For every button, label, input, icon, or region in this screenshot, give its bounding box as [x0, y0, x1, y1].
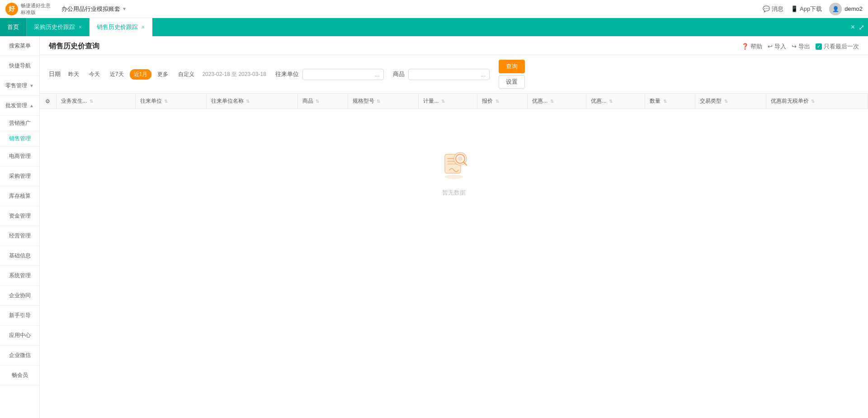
user-name: demo2 — [844, 5, 863, 12]
import-btn[interactable]: ↩ 导入 — [768, 43, 786, 51]
sidebar-item-app-center[interactable]: 应用中心 — [0, 326, 39, 346]
only-last-checkbox[interactable]: ✓ 只看最后一次 — [816, 43, 859, 51]
export-btn[interactable]: ↪ 导出 — [792, 43, 810, 51]
sidebar-item-operation-mgmt[interactable]: 经营管理 — [0, 226, 39, 246]
logo-text-line2: 标准版 — [21, 9, 51, 15]
page-title: 销售历史价查询 — [49, 42, 99, 51]
app-download-label: App下载 — [800, 5, 822, 13]
search-menu-label: 搜索菜单 — [9, 42, 31, 50]
app-name: 办公用品行业模拟账套 — [61, 5, 120, 13]
date-btn-custom[interactable]: 自定义 — [174, 69, 198, 80]
tab-sales-history-label: 销售历史价跟踪 — [97, 23, 138, 31]
th-quantity[interactable]: 数量 ⇅ — [645, 94, 695, 109]
product-filter-group: 商品 ... — [393, 69, 490, 80]
sidebar-item-enterprise-collab[interactable]: 企业协同 — [0, 286, 39, 306]
date-filter-group: 日期 昨天 今天 近7天 近1月 更多 自定义 2023-02-18 至 202… — [49, 69, 266, 80]
sort-icon: ⇅ — [316, 99, 319, 104]
sort-icon: ⇅ — [90, 99, 93, 104]
chevron-down-icon: ▼ — [122, 6, 127, 11]
th-unit[interactable]: 计量... ⇅ — [419, 94, 477, 109]
user-area[interactable]: 👤 demo2 — [829, 3, 863, 15]
sidebar-item-basic-info[interactable]: 基础信息 — [0, 246, 39, 266]
th-counterpart-code[interactable]: 往来单位 ⇅ — [136, 94, 207, 109]
tab-sales-history[interactable]: 销售历史价跟踪 × — [90, 18, 152, 36]
date-btn-1month[interactable]: 近1月 — [130, 69, 152, 80]
message-btn[interactable]: 💬 消息 — [763, 5, 783, 13]
sidebar-item-system-mgmt[interactable]: 系统管理 — [0, 266, 39, 286]
counterpart-input[interactable]: ... — [302, 69, 384, 80]
date-btn-yesterday[interactable]: 昨天 — [64, 69, 83, 80]
retail-mgmt-label: 零售管理 — [5, 82, 27, 90]
help-btn[interactable]: ❓ 帮助 — [741, 43, 762, 51]
sidebar-item-search-menu[interactable]: 搜索菜单 — [0, 36, 39, 56]
tab-home[interactable]: 首页 — [0, 18, 27, 36]
app-selector[interactable]: 办公用品行业模拟账套 ▼ — [61, 5, 127, 13]
table-header-row: ⚙ 业务发生... ⇅ 往来单位 ⇅ 往来单位名称 ⇅ — [40, 94, 868, 109]
th-counterpart-name[interactable]: 往来单位名称 ⇅ — [206, 94, 297, 109]
date-btn-more[interactable]: 更多 — [153, 69, 172, 80]
top-bar-right: 💬 消息 📱 App下载 👤 demo2 — [763, 3, 863, 15]
logo-icon: 好 — [5, 3, 18, 15]
close-icon[interactable]: × — [142, 24, 145, 30]
sort-icon: ⇅ — [724, 99, 728, 104]
export-icon: ↪ — [792, 43, 797, 50]
purchase-mgmt-label: 采购管理 — [9, 172, 31, 180]
help-icon: ❓ — [741, 43, 749, 50]
top-bar-left: 好 畅捷通好生意 标准版 办公用品行业模拟账套 ▼ — [5, 2, 127, 15]
sidebar-item-sales-mgmt[interactable]: 销售管理 — [0, 131, 39, 147]
sidebar-item-ecommerce-mgmt[interactable]: 电商管理 — [0, 147, 39, 166]
tab-purchase-history[interactable]: 采购历史价跟踪 × — [27, 18, 90, 36]
sidebar-item-new-guide[interactable]: 新手引导 — [0, 306, 39, 326]
empty-text: 暂无数据 — [442, 189, 466, 197]
product-input-dots: ... — [481, 71, 486, 78]
close-icon[interactable]: × — [79, 24, 82, 30]
date-btn-7days[interactable]: 近7天 — [106, 69, 128, 80]
sidebar-item-member[interactable]: 畅会员 — [0, 366, 39, 385]
query-btn[interactable]: 查询 — [499, 60, 525, 73]
counterpart-label: 往来单位 — [275, 70, 299, 78]
top-bar: 好 畅捷通好生意 标准版 办公用品行业模拟账套 ▼ 💬 消息 📱 App下载 👤… — [0, 0, 868, 18]
counterpart-input-dots: ... — [375, 71, 380, 78]
expand-btn[interactable]: ⤢ — [859, 23, 864, 32]
th-settings[interactable]: ⚙ — [40, 94, 56, 109]
sidebar-item-enterprise-wechat[interactable]: 企业微信 — [0, 346, 39, 366]
message-icon: 💬 — [763, 5, 770, 12]
date-btn-today[interactable]: 今天 — [85, 69, 104, 80]
th-discount2[interactable]: 优惠... ⇅ — [586, 94, 645, 109]
empty-icon — [436, 145, 472, 181]
tab-home-label: 首页 — [7, 23, 19, 31]
app-download-btn[interactable]: 📱 App下载 — [791, 5, 822, 13]
ecommerce-mgmt-label: 电商管理 — [9, 152, 31, 160]
sort-icon: ⇅ — [609, 99, 613, 104]
sidebar-item-wholesale-mgmt[interactable]: 批发管理 ▲ — [0, 96, 39, 116]
th-pretax-price[interactable]: 优惠前无税单价 ⇅ — [766, 94, 868, 109]
th-biz-date[interactable]: 业务发生... ⇅ — [56, 94, 136, 109]
sidebar-item-marketing[interactable]: 营销推广 — [0, 116, 39, 131]
sidebar-item-retail-mgmt[interactable]: 零售管理 ▼ — [0, 76, 39, 96]
settings-btn[interactable]: 设置 — [499, 75, 525, 89]
sidebar-item-purchase-mgmt[interactable]: 采购管理 — [0, 166, 39, 186]
product-input[interactable]: ... — [408, 69, 490, 80]
th-trade-type[interactable]: 交易类型 ⇅ — [695, 94, 766, 109]
svg-point-0 — [445, 175, 463, 179]
operation-mgmt-label: 经营管理 — [9, 232, 31, 240]
filter-bar: 日期 昨天 今天 近7天 近1月 更多 自定义 2023-02-18 至 202… — [40, 55, 868, 94]
date-quick-btns: 昨天 今天 近7天 近1月 更多 自定义 — [64, 69, 198, 80]
page-actions: ❓ 帮助 ↩ 导入 ↪ 导出 ✓ 只看最后一次 — [741, 43, 859, 51]
tab-bar: 首页 采购历史价跟踪 × 销售历史价跟踪 × × ⤢ — [0, 18, 868, 36]
th-spec[interactable]: 规格型号 ⇅ — [348, 94, 419, 109]
sidebar-item-inventory-check[interactable]: 库存核算 — [0, 186, 39, 206]
chevron-down-icon: ▼ — [29, 83, 34, 88]
sort-icon: ⇅ — [663, 99, 667, 104]
th-discount1[interactable]: 优惠... ⇅ — [528, 94, 586, 109]
th-quote[interactable]: 报价 ⇅ — [477, 94, 528, 109]
sidebar-item-quick-nav[interactable]: 快捷导航 — [0, 56, 39, 76]
th-product[interactable]: 商品 ⇅ — [297, 94, 348, 109]
close-all-btn[interactable]: × — [851, 23, 855, 31]
sort-icon: ⇅ — [164, 99, 168, 104]
sidebar-item-fund-mgmt[interactable]: 资金管理 — [0, 206, 39, 226]
sort-icon: ⇅ — [441, 99, 445, 104]
quick-nav-label: 快捷导航 — [9, 62, 31, 70]
logo-text: 畅捷通好生意 标准版 — [21, 2, 51, 15]
enterprise-wechat-label: 企业微信 — [9, 352, 31, 359]
